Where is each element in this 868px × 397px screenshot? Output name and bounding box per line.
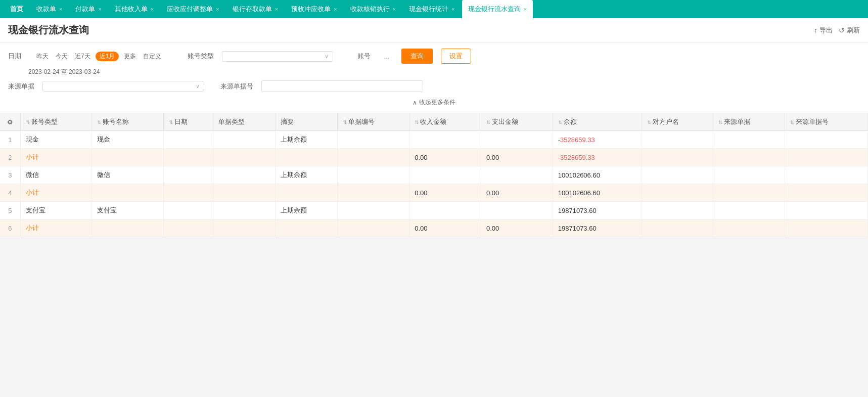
close-icon[interactable]: × xyxy=(151,6,154,12)
col-header-counterparty[interactable]: ⇅对方户名 xyxy=(642,113,713,131)
date-option-today[interactable]: 今天 xyxy=(54,52,70,61)
table-cell xyxy=(213,184,275,202)
table-cell xyxy=(642,202,713,219)
close-icon[interactable]: × xyxy=(216,6,219,12)
table-cell xyxy=(92,149,164,166)
col-header-settings: ⚙ xyxy=(0,113,20,131)
table-row: 5支付宝支付宝上期余额19871073.60 xyxy=(0,202,868,219)
table-cell: 微信 xyxy=(92,166,164,184)
export-button[interactable]: ↑ 导出 xyxy=(814,26,833,35)
date-option-last1month[interactable]: 近1月 xyxy=(96,52,119,61)
table-cell xyxy=(785,149,868,166)
col-header-expense[interactable]: ⇅支出金额 xyxy=(481,113,553,131)
filter-area: 日期 昨天今天近7天近1月更多自定义 账号类型 ∨ 账号 ... 查询 设置 2… xyxy=(0,42,868,113)
collapse-label: 收起更多条件 xyxy=(419,98,455,107)
refresh-button[interactable]: ↺ 刷新 xyxy=(839,26,860,35)
table-cell: 6 xyxy=(0,219,20,237)
col-header-income[interactable]: ⇅收入金额 xyxy=(409,113,481,131)
header-actions: ↑ 导出 ↺ 刷新 xyxy=(814,26,860,35)
table-cell xyxy=(338,131,409,149)
table-cell xyxy=(713,166,785,184)
col-header-balance[interactable]: ⇅余额 xyxy=(553,113,642,131)
close-icon[interactable]: × xyxy=(451,6,454,12)
col-header-account-type[interactable]: ⇅账号类型 xyxy=(20,113,92,131)
table-cell xyxy=(276,219,338,237)
settings-button[interactable]: 设置 xyxy=(441,49,471,64)
table-cell xyxy=(481,202,553,219)
nav-tab-other-income[interactable]: 其他收入单× xyxy=(109,0,160,18)
sort-icon: ⇅ xyxy=(343,119,347,125)
table-cell: 上期余额 xyxy=(276,202,338,219)
nav-tab-home[interactable]: 首页 xyxy=(4,0,29,18)
table-cell xyxy=(164,131,213,149)
nav-tab-ar-adjustment[interactable]: 应收应付调整单× xyxy=(161,0,225,18)
source-doc-no-input[interactable] xyxy=(261,80,423,92)
close-icon[interactable]: × xyxy=(275,6,278,12)
table-cell xyxy=(642,149,713,166)
table-cell: 支付宝 xyxy=(92,202,164,219)
table-cell: 微信 xyxy=(20,166,92,184)
table-cell: 1 xyxy=(0,131,20,149)
col-header-account-name[interactable]: ⇅账号名称 xyxy=(92,113,164,131)
table-cell: 19871073.60 xyxy=(553,219,642,237)
table-cell xyxy=(164,166,213,184)
sort-icon: ⇅ xyxy=(790,119,794,125)
table-row: 1现金现金上期余额-3528659.33 xyxy=(0,131,868,149)
date-options: 昨天今天近7天近1月更多自定义 xyxy=(34,52,163,61)
date-option-yesterday[interactable]: 昨天 xyxy=(34,52,51,61)
nav-tab-prepaid[interactable]: 预收冲应收单× xyxy=(285,0,343,18)
table-row: 4小计0.000.00100102606.60 xyxy=(0,184,868,202)
nav-tab-bank-stats[interactable]: 现金银行统计× xyxy=(403,0,461,18)
close-icon[interactable]: × xyxy=(334,6,337,12)
date-option-more[interactable]: 更多 xyxy=(122,52,138,61)
table-row: 6小计0.000.0019871073.60 xyxy=(0,219,868,237)
table-cell: 2 xyxy=(0,149,20,166)
table-cell xyxy=(481,166,553,184)
close-icon[interactable]: × xyxy=(98,6,101,12)
col-header-doc-no[interactable]: ⇅单据编号 xyxy=(338,113,409,131)
close-icon[interactable]: × xyxy=(524,6,527,12)
table-cell xyxy=(409,202,481,219)
col-header-date[interactable]: ⇅日期 xyxy=(164,113,213,131)
col-header-source-doc-no[interactable]: ⇅来源单据号 xyxy=(785,113,868,131)
source-doc-select[interactable]: ∨ xyxy=(42,81,204,92)
nav-tab-bank-flow[interactable]: 现金银行流水查询× xyxy=(462,0,533,18)
nav-tab-payment[interactable]: 付款单× xyxy=(69,0,107,18)
col-header-source-doc[interactable]: ⇅来源单据 xyxy=(713,113,785,131)
table-cell: 5 xyxy=(0,202,20,219)
table-cell xyxy=(785,202,868,219)
account-type-select[interactable]: ∨ xyxy=(222,51,333,62)
nav-tab-collection-exec[interactable]: 收款核销执行× xyxy=(344,0,402,18)
collapse-bar[interactable]: ∧ 收起更多条件 xyxy=(8,96,860,107)
table-head: ⚙⇅账号类型⇅账号名称⇅日期单据类型摘要⇅单据编号⇅收入金额⇅支出金额⇅余额⇅对… xyxy=(0,113,868,131)
filter-row-1: 日期 昨天今天近7天近1月更多自定义 账号类型 ∨ 账号 ... 查询 设置 xyxy=(8,49,860,64)
table-cell xyxy=(713,202,785,219)
sort-icon: ⇅ xyxy=(486,119,490,125)
table-cell: -3528659.33 xyxy=(553,131,642,149)
gear-icon[interactable]: ⚙ xyxy=(7,118,13,126)
nav-tab-receipt[interactable]: 收款单× xyxy=(30,0,68,18)
table-cell xyxy=(338,202,409,219)
close-icon[interactable]: × xyxy=(59,6,62,12)
sort-icon: ⇅ xyxy=(647,119,651,125)
table-body: 1现金现金上期余额-3528659.332小计0.000.00-3528659.… xyxy=(0,131,868,237)
account-dots-button[interactable]: ... xyxy=(384,53,389,60)
table-cell xyxy=(642,166,713,184)
table-cell: 现金 xyxy=(20,131,92,149)
source-doc-label: 来源单据 xyxy=(8,82,34,91)
query-button[interactable]: 查询 xyxy=(401,49,433,64)
table-header-row: ⚙⇅账号类型⇅账号名称⇅日期单据类型摘要⇅单据编号⇅收入金额⇅支出金额⇅余额⇅对… xyxy=(0,113,868,131)
table-cell: -3528659.33 xyxy=(553,149,642,166)
close-icon[interactable]: × xyxy=(393,6,396,12)
date-option-custom[interactable]: 自定义 xyxy=(141,52,163,61)
table-cell: 小计 xyxy=(20,149,92,166)
table-cell xyxy=(338,166,409,184)
table-cell xyxy=(213,166,275,184)
date-option-last7days[interactable]: 近7天 xyxy=(73,52,93,61)
table-cell xyxy=(785,219,868,237)
nav-tab-bank-deposit[interactable]: 银行存取款单× xyxy=(226,0,284,18)
table-cell xyxy=(713,149,785,166)
table-cell xyxy=(642,184,713,202)
table-cell xyxy=(642,219,713,237)
table-cell xyxy=(713,184,785,202)
